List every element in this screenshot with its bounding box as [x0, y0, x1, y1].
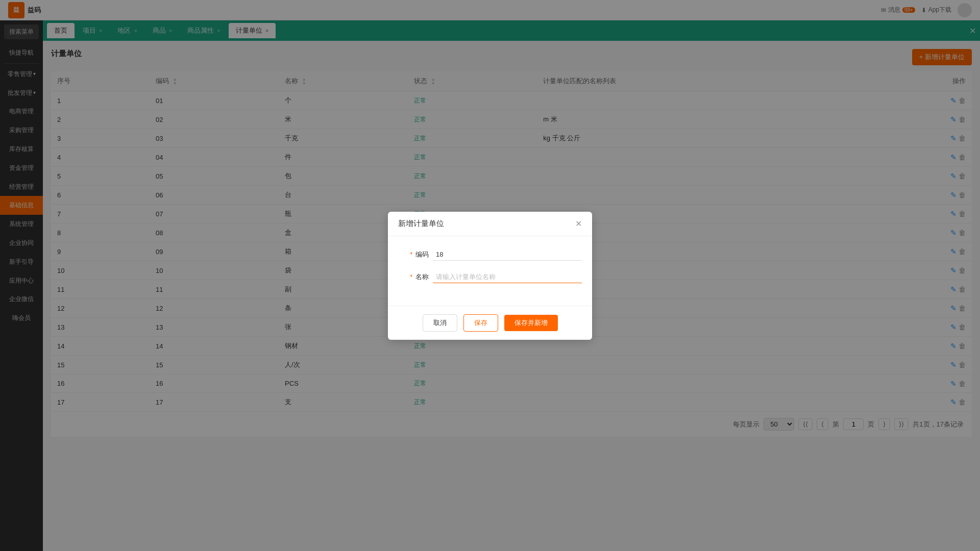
modal-title: 新增计量单位 [398, 219, 444, 229]
cancel-button[interactable]: 取消 [423, 314, 457, 332]
app-container: 益 益码 ✉ 消息 99+ ⬇ App下载 搜索菜单 快捷导航 [0, 0, 980, 551]
form-row-code: * 编码 [398, 248, 582, 261]
save-and-new-button[interactable]: 保存并新增 [504, 315, 558, 331]
modal-footer: 取消 保存 保存并新增 [388, 306, 592, 340]
code-input[interactable] [433, 248, 582, 261]
modal-overlay: 新增计量单位 ✕ * 编码 * 名称 [0, 0, 980, 551]
required-star: * [410, 251, 412, 258]
add-unit-modal: 新增计量单位 ✕ * 编码 * 名称 [388, 212, 592, 340]
modal-close-btn[interactable]: ✕ [575, 219, 582, 229]
code-label: * 编码 [398, 250, 429, 259]
form-row-name: * 名称 [398, 271, 582, 283]
name-input[interactable] [433, 271, 582, 283]
required-star-2: * [410, 273, 412, 281]
modal-body: * 编码 * 名称 [388, 236, 592, 306]
modal-header: 新增计量单位 ✕ [388, 212, 592, 236]
save-button[interactable]: 保存 [463, 314, 498, 332]
name-label: * 名称 [398, 272, 429, 282]
